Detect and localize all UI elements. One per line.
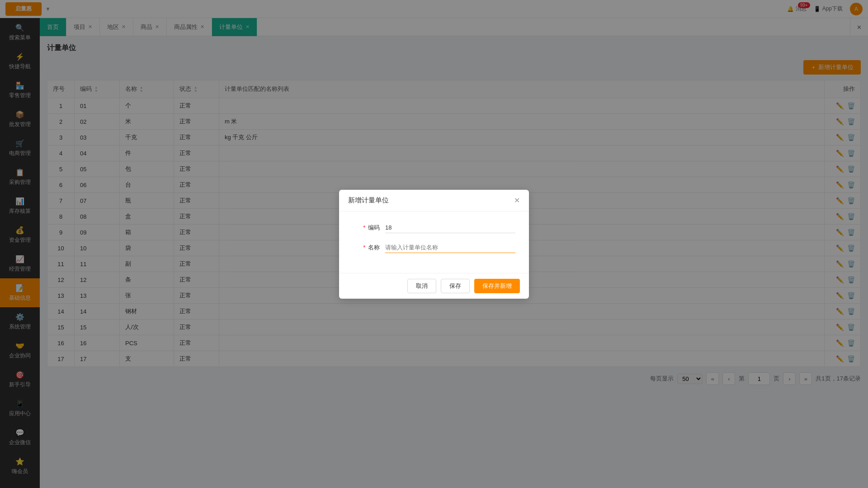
modal-body: * 编码 * 名称: [339, 211, 529, 273]
form-row-code: * 编码: [353, 222, 515, 233]
required-mark-code: *: [363, 224, 365, 231]
code-label: * 编码: [353, 224, 380, 232]
modal-overlay: 新增计量单位 ✕ * 编码 * 名称 取消 保存 保存并新增: [0, 0, 868, 488]
code-input[interactable]: [385, 222, 515, 233]
required-mark-name: *: [363, 244, 365, 251]
form-row-name: * 名称: [353, 242, 515, 253]
modal-header: 新增计量单位 ✕: [339, 190, 529, 211]
name-input[interactable]: [385, 242, 515, 253]
modal-close-button[interactable]: ✕: [514, 196, 520, 205]
name-label: * 名称: [353, 244, 380, 252]
modal-add-measure-unit: 新增计量单位 ✕ * 编码 * 名称 取消 保存 保存并新增: [339, 190, 529, 299]
save-and-new-button[interactable]: 保存并新增: [474, 279, 520, 293]
cancel-button[interactable]: 取消: [407, 279, 436, 293]
modal-footer: 取消 保存 保存并新增: [339, 273, 529, 299]
modal-title: 新增计量单位: [348, 196, 389, 205]
save-button[interactable]: 保存: [441, 279, 470, 293]
